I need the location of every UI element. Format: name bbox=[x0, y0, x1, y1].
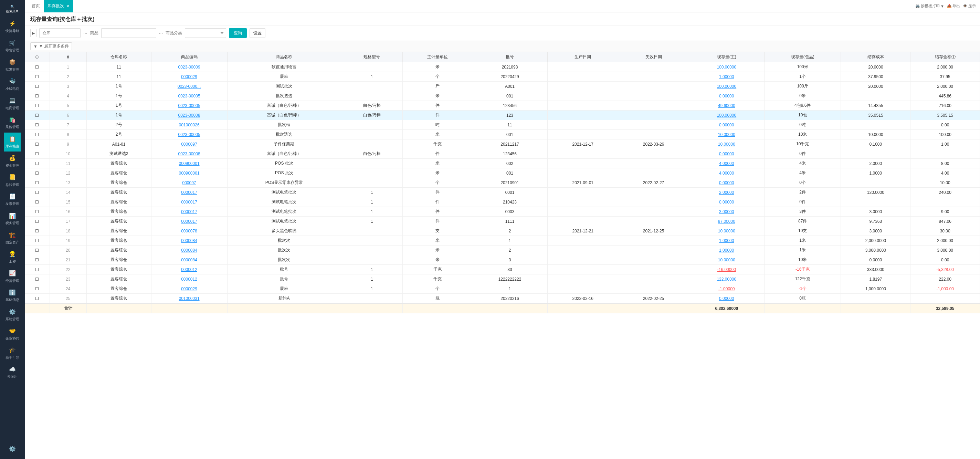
sidebar-item-quick-nav[interactable]: ⚡快捷导航 bbox=[4, 17, 21, 37]
cell-expiry_date bbox=[618, 62, 689, 72]
cell-qty_store: 10包 bbox=[764, 110, 841, 120]
sidebar-item-small-ecom[interactable]: 🐳小鲸电商 bbox=[4, 75, 21, 94]
cell-qty_main: 1.00000 bbox=[689, 72, 764, 81]
cell-checkbox[interactable]: ☐ bbox=[25, 81, 49, 91]
cell-unit: 个 bbox=[403, 178, 472, 188]
cell-qty_main: 10.00000 bbox=[689, 226, 764, 236]
cell-checkbox[interactable]: ☐ bbox=[25, 101, 49, 110]
sidebar-item-invoice-mgmt[interactable]: 🧾发票管理 bbox=[4, 190, 21, 209]
cell-checkbox[interactable]: ☐ bbox=[25, 62, 49, 72]
sidebar-item-enterprise-collab[interactable]: 🤝企业协同 bbox=[4, 325, 21, 344]
cell-balance: 10.00 bbox=[910, 178, 980, 188]
cell-batch_no: 11 bbox=[472, 120, 547, 130]
cell-product_name: 子件保票期 bbox=[227, 139, 341, 149]
cell-qty_store: 100米 bbox=[764, 62, 841, 72]
display-btn[interactable]: 👁️ 显示 bbox=[963, 3, 976, 9]
cell-product_name: 新约A bbox=[227, 294, 341, 304]
print-dropdown-icon[interactable]: ▼ bbox=[940, 4, 944, 8]
cell-spec bbox=[341, 120, 403, 130]
cell-seq: 23 bbox=[49, 274, 86, 284]
sidebar-item-sys-mgmt[interactable]: ⚙️系统管理 bbox=[4, 305, 21, 325]
sidebar-item-purchase-mgmt[interactable]: 🛍️采购管理 bbox=[4, 113, 21, 132]
sidebar-item-inventory-core[interactable]: 📋库存核查 bbox=[4, 132, 21, 152]
cell-cost: 10.0000 bbox=[841, 130, 910, 139]
cell-unit: 千克 bbox=[403, 139, 472, 149]
product-filter[interactable] bbox=[101, 28, 156, 38]
warehouse-filter[interactable] bbox=[39, 28, 81, 38]
cell-checkbox[interactable]: ☐ bbox=[25, 255, 49, 265]
cell-checkbox[interactable]: ☐ bbox=[25, 139, 49, 149]
sidebar-item-general-mgmt[interactable]: 📒总账管理 bbox=[4, 171, 21, 190]
cell-checkbox[interactable]: ☐ bbox=[25, 197, 49, 207]
cell-checkbox[interactable]: ☐ bbox=[25, 207, 49, 217]
sidebar-search-menu[interactable]: 🔍 搜索菜单 bbox=[5, 3, 20, 16]
cell-checkbox[interactable]: ☐ bbox=[25, 294, 49, 304]
cell-checkbox[interactable]: ☐ bbox=[25, 226, 49, 236]
cell-checkbox[interactable]: ☐ bbox=[25, 217, 49, 226]
cell-checkbox[interactable]: ☐ bbox=[25, 188, 49, 197]
sidebar-item-basic-info[interactable]: ℹ️基础信息 bbox=[4, 286, 21, 305]
sidebar-item-ops-mgmt[interactable]: 📈经营管理 bbox=[4, 267, 21, 286]
sidebar-item-wholesale-mgmt[interactable]: 📦批发管理 bbox=[4, 56, 21, 75]
cell-balance: 8.00 bbox=[910, 159, 980, 168]
cell-qty_store: 100斤 bbox=[764, 81, 841, 91]
cell-checkbox[interactable]: ☐ bbox=[25, 91, 49, 101]
sidebar-item-cloud-apps[interactable]: ☁️云应用 bbox=[4, 363, 21, 382]
search-btn[interactable]: 查询 bbox=[229, 28, 247, 38]
cell-unit: 件 bbox=[403, 197, 472, 207]
sidebar-item-asset-mgmt[interactable]: 💰资金管理 bbox=[4, 151, 21, 171]
cell-seq: 14 bbox=[49, 188, 86, 197]
table-row: ☐20置客综仓0000084批次次米21.000001米3,000.00003,… bbox=[25, 245, 980, 255]
cell-checkbox[interactable]: ☐ bbox=[25, 168, 49, 178]
cell-checkbox[interactable]: ☐ bbox=[25, 72, 49, 81]
cell-checkbox[interactable]: ☐ bbox=[25, 274, 49, 284]
print-btn[interactable]: 🖨️ 按模板打印 ▼ bbox=[915, 3, 944, 9]
cell-checkbox[interactable]: ☐ bbox=[25, 120, 49, 130]
cell-checkbox[interactable]: ☐ bbox=[25, 130, 49, 139]
cell-checkbox[interactable]: ☐ bbox=[25, 110, 49, 120]
sidebar-item-labor[interactable]: 👷工资 bbox=[4, 247, 21, 267]
cell-seq: 24 bbox=[49, 284, 86, 294]
sidebar-item-tax-mgmt[interactable]: 📊税务管理 bbox=[4, 209, 21, 229]
cell-qty_main: 122.00000 bbox=[689, 274, 764, 284]
footer-cell-7 bbox=[472, 303, 547, 313]
cell-warehouse: 置客综仓 bbox=[86, 159, 151, 168]
cell-checkbox[interactable]: ☐ bbox=[25, 284, 49, 294]
cell-checkbox[interactable]: ☐ bbox=[25, 265, 49, 274]
cell-batch_no: 002 bbox=[472, 159, 547, 168]
footer-cell-11 bbox=[764, 303, 841, 313]
cell-qty_main: 0.00000 bbox=[689, 149, 764, 159]
cell-product_name: 测试电笔批次 bbox=[227, 207, 341, 217]
close-tab-icon[interactable]: ✕ bbox=[66, 4, 70, 9]
filter-expand-btn[interactable]: ▶ bbox=[30, 29, 37, 37]
cell-checkbox[interactable]: ☐ bbox=[25, 149, 49, 159]
expand-conditions-btn[interactable]: ▼ ▼ 展开更多条件 bbox=[30, 42, 72, 50]
sidebar-item-ecom-mgmt[interactable]: 💻电商管理 bbox=[4, 94, 21, 113]
cell-balance: 3,505.15 bbox=[910, 110, 980, 120]
cell-cost bbox=[841, 197, 910, 207]
cell-checkbox[interactable]: ☐ bbox=[25, 178, 49, 188]
sidebar-item-retail-mgmt[interactable]: 🛒零售管理 bbox=[4, 37, 21, 56]
home-tab[interactable]: 首页 bbox=[29, 3, 43, 9]
footer-cell-12 bbox=[841, 303, 910, 313]
cell-spec bbox=[341, 91, 403, 101]
export-btn[interactable]: 📤 导出 bbox=[947, 3, 960, 9]
sidebar-item-new-guide[interactable]: 🎓新手引导 bbox=[4, 344, 21, 363]
sidebar-item-fixed-assets[interactable]: 🏗️固定资产 bbox=[4, 229, 21, 248]
cell-checkbox[interactable]: ☐ bbox=[25, 236, 49, 245]
cell-spec bbox=[341, 130, 403, 139]
cell-balance: 3,000.00 bbox=[910, 245, 980, 255]
active-tab[interactable]: 库存批次 ✕ bbox=[44, 0, 73, 13]
col-header-balance: 结存金额① bbox=[910, 52, 980, 62]
sidebar-settings[interactable]: ⚙️ bbox=[0, 443, 25, 456]
cell-seq: 25 bbox=[49, 294, 86, 304]
page-content: 现存量查询(按仓库＋批次) ▶ ··· 商品 ··· 商品分类 查询 设置 ▼ … bbox=[25, 13, 980, 459]
cell-qty_main: 4.00000 bbox=[689, 159, 764, 168]
category-filter[interactable] bbox=[185, 28, 226, 38]
cell-checkbox[interactable]: ☐ bbox=[25, 159, 49, 168]
cell-checkbox[interactable]: ☐ bbox=[25, 245, 49, 255]
cell-seq: 3 bbox=[49, 81, 86, 91]
table-area[interactable]: ☉#仓库名称商品编码商品名称规格型号主计量单位批号生产日期失效日期现存量(主)现… bbox=[25, 52, 980, 459]
cell-warehouse: 置客综仓 bbox=[86, 188, 151, 197]
setting-btn[interactable]: 设置 bbox=[250, 28, 266, 38]
